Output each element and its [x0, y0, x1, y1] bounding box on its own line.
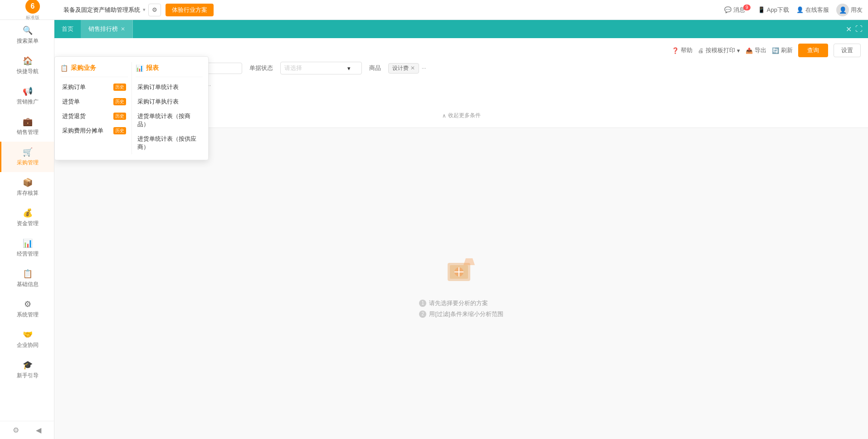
message-button[interactable]: 💬 消息 9	[724, 6, 751, 14]
svg-marker-5	[463, 258, 475, 265]
sidebar-item-marketing[interactable]: 📢 营销推广	[0, 81, 54, 111]
tab-close-all-button[interactable]: ✕	[846, 25, 852, 34]
empty-text: 1 请先选择要分析的方案 2 用[过滤]条件来缩小分析范围	[419, 299, 503, 318]
help-icon: ❓	[672, 47, 679, 54]
collapse-icon: ∧	[442, 113, 446, 119]
tab-close-icon[interactable]: ✕	[121, 26, 125, 32]
sidebar-item-operations[interactable]: 📊 经营管理	[0, 233, 54, 263]
dropdown-col-purchase: 📋 采购业务 采购订单 历史 进货单 历史 进货退货 历史	[60, 62, 128, 154]
history-badge-3: 历史	[113, 127, 126, 134]
filter-settings-button[interactable]: 设置	[834, 44, 861, 57]
logo-icon: 6	[25, 0, 40, 14]
app-download-button[interactable]: 📱 App下载	[758, 6, 789, 14]
refresh-icon: 🔄	[772, 47, 779, 54]
top-right-area: 💬 消息 9 📱 App下载 👤 在线客服 👤 用友	[724, 4, 863, 16]
tab-home[interactable]: 首页	[54, 20, 81, 38]
select-dropdown-icon: ▾	[347, 65, 351, 72]
empty-illustration	[439, 249, 484, 295]
home-icon: 🏠	[23, 56, 33, 66]
dropdown-col-report: 📊 报表 采购订单统计表 采购订单执行表 进货单统计表（按商品） 进货单统计表（…	[136, 62, 203, 154]
dropdown-col-purchase-title: 📋 采购业务	[60, 62, 128, 77]
query-button[interactable]: 查询	[798, 44, 828, 57]
dropdown-item-order-exec[interactable]: 采购订单执行表	[136, 94, 203, 109]
goods-label: 商品	[369, 64, 381, 72]
export-icon: 📤	[746, 47, 753, 54]
sales-icon: 💼	[23, 117, 33, 127]
sidebar-item-finance[interactable]: 💰 资金管理	[0, 202, 54, 233]
goods-filter-area: 设计费 ✕ ···	[388, 63, 426, 74]
report-col-icon: 📊	[136, 64, 143, 72]
industry-solution-button[interactable]: 体验行业方案	[166, 4, 214, 16]
message-badge: 9	[743, 5, 751, 10]
empty-hint-1: 1 请先选择要分析的方案	[419, 299, 503, 307]
dropdown-col-report-title: 📊 报表	[136, 62, 203, 77]
finance-icon: 💰	[23, 208, 33, 218]
sidebar-item-purchase[interactable]: 🛒 采购管理	[0, 142, 54, 172]
system-title-dropdown[interactable]: ▾	[143, 7, 146, 13]
purchase-dropdown-menu: 📋 采购业务 采购订单 历史 进货单 历史 进货退货 历史	[54, 56, 209, 160]
logo-subtext: 标准版	[26, 15, 39, 21]
info-icon: 📋	[23, 269, 33, 279]
system-icon: ⚙	[24, 299, 31, 309]
logo-area: 6 标准版	[5, 0, 60, 21]
sidebar-item-search[interactable]: 🔍 搜索菜单	[0, 20, 54, 50]
history-badge-2: 历史	[113, 113, 126, 120]
tab-expand-button[interactable]: ⛶	[855, 25, 863, 33]
refresh-button[interactable]: 🔄 刷新	[772, 46, 793, 54]
print-dropdown-icon[interactable]: ▾	[737, 47, 740, 54]
sidebar-footer: ⚙ ◀	[0, 421, 54, 439]
enterprise-icon: 🤝	[23, 330, 33, 340]
sidebar-item-inventory[interactable]: 📦 库存核算	[0, 172, 54, 202]
history-badge-0: 历史	[113, 84, 126, 91]
help-button[interactable]: ❓ 帮助	[672, 46, 692, 54]
dropdown-item-purchase-cost[interactable]: 采购费用分摊单 历史	[60, 123, 128, 138]
dropdown-item-stock-stats-goods[interactable]: 进货单统计表（按商品）	[136, 109, 203, 132]
empty-hint-2: 2 用[过滤]条件来缩小分析范围	[419, 310, 503, 318]
message-icon: 💬	[724, 6, 731, 13]
service-icon: 👤	[796, 6, 804, 13]
dropdown-item-stock-in[interactable]: 进货单 历史	[60, 94, 128, 109]
empty-state: 1 请先选择要分析的方案 2 用[过滤]条件来缩小分析范围	[419, 249, 503, 318]
sidebar-collapse-button[interactable]: ◀	[36, 426, 41, 434]
guide-icon: 🎓	[23, 360, 33, 370]
order-status-select[interactable]: 请选择 ▾	[280, 62, 362, 74]
filter-toolbar: ❓ 帮助 🖨 按模板打印 ▾ 📤 导出 🔄 刷新	[62, 44, 861, 57]
sidebar-item-guide[interactable]: 🎓 新手引导	[0, 355, 54, 385]
content-with-menu: ❓ 帮助 🖨 按模板打印 ▾ 📤 导出 🔄 刷新	[54, 38, 868, 439]
print-icon: 🖨	[698, 47, 704, 54]
tab-bar: 首页 销售排行榜 ✕ ✕ ⛶	[54, 20, 868, 38]
sidebar-item-basic-info[interactable]: 📋 基础信息	[0, 263, 54, 294]
tab-sales-ranking[interactable]: 销售排行榜 ✕	[81, 20, 133, 38]
goods-more-btn[interactable]: ···	[422, 65, 426, 71]
dropdown-item-purchase-order[interactable]: 采购订单 历史	[60, 80, 128, 94]
dropdown-item-stock-return[interactable]: 进货退货 历史	[60, 109, 128, 123]
order-status-label: 单据状态	[249, 64, 273, 72]
operations-icon: 📊	[23, 238, 33, 248]
tab-bar-right: ✕ ⛶	[846, 25, 868, 34]
sidebar: 🔍 搜索菜单 🏠 快捷导航 📢 营销推广 💼 销售管理 🛒 采购管理 📦 库存核…	[0, 20, 54, 439]
user-button[interactable]: 👤 用友	[836, 4, 863, 16]
hint-dot-2: 2	[419, 311, 426, 318]
sidebar-item-enterprise[interactable]: 🤝 企业协同	[0, 324, 54, 355]
sidebar-item-quicknav[interactable]: 🏠 快捷导航	[0, 50, 54, 81]
sidebar-item-sales[interactable]: 💼 销售管理	[0, 111, 54, 142]
goods-tag-close[interactable]: ✕	[410, 65, 415, 71]
history-badge-1: 历史	[113, 98, 126, 105]
phone-icon: 📱	[758, 6, 765, 13]
settings-gear-button[interactable]: ⚙	[148, 4, 161, 16]
online-service-button[interactable]: 👤 在线客服	[796, 6, 829, 14]
system-title: 装备及固定资产辅助管理系统 ▾	[63, 6, 146, 14]
purchase-col-icon: 📋	[60, 64, 68, 72]
avatar: 👤	[836, 4, 849, 16]
search-icon: 🔍	[23, 25, 33, 35]
sidebar-item-system[interactable]: ⚙ 系统管理	[0, 294, 54, 324]
print-button[interactable]: 🖨 按模板打印 ▾	[698, 46, 740, 54]
export-button[interactable]: 📤 导出	[746, 46, 766, 54]
hint-dot-1: 1	[419, 300, 426, 307]
sidebar-settings-button[interactable]: ⚙	[13, 426, 19, 434]
dropdown-divider	[132, 62, 132, 154]
top-bar: 6 标准版 装备及固定资产辅助管理系统 ▾ ⚙ 体验行业方案 💬 消息 9 📱 …	[0, 0, 868, 20]
dropdown-item-order-stats[interactable]: 采购订单统计表	[136, 80, 203, 94]
content-area: 首页 销售排行榜 ✕ ✕ ⛶ ❓ 帮助 🖨	[54, 20, 868, 439]
dropdown-item-stock-stats-supplier[interactable]: 进货单统计表（按供应商）	[136, 132, 203, 154]
